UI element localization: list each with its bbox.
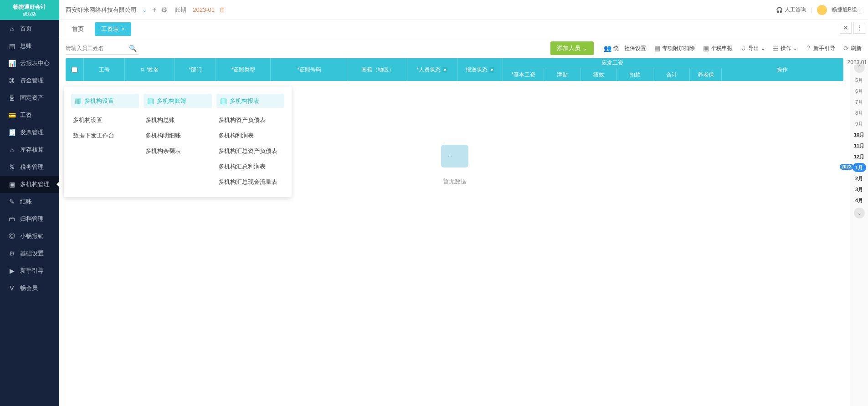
submenu-item[interactable]: 多机构利润表	[216, 128, 284, 143]
nav-label: 小畅报销	[20, 232, 44, 240]
nav-item-asset[interactable]: 🗄固定资产	[0, 89, 59, 107]
rail-month[interactable]: 10月	[853, 130, 866, 139]
period-value[interactable]: 2023-01	[193, 6, 215, 13]
chevron-down-icon: ⌄	[142, 7, 147, 13]
settings-icon[interactable]: ⚙	[161, 5, 167, 14]
topbar-right: 🎧 人工咨询 | 畅捷通B组...	[776, 5, 862, 15]
toolbar-label: 操作	[781, 45, 791, 52]
toolbar-tax[interactable]: ▣个税申报	[703, 44, 733, 52]
th-perf: 绩效	[580, 68, 617, 81]
rail-month[interactable]: 3月	[853, 185, 866, 194]
rail-month[interactable]: 12月	[853, 152, 866, 161]
toolbar-ops[interactable]: ☰操作⌄	[773, 44, 797, 52]
close-icon[interactable]: ×	[122, 22, 125, 36]
calendar-icon[interactable]: 🗓	[219, 6, 226, 14]
toolbar-label: 导出	[748, 45, 759, 52]
nav-item-stock[interactable]: ⌂库存核算	[0, 141, 59, 158]
submenu-item[interactable]: 多机构设置	[71, 112, 139, 128]
chevron-down-icon: ⌄	[793, 46, 797, 51]
nav-item-report[interactable]: 📊云报表中心	[0, 55, 59, 72]
nav-item-vip[interactable]: V畅会员	[0, 279, 59, 297]
nav-item-org[interactable]: ▣多机构管理	[0, 176, 59, 193]
tab-menu-button[interactable]: ⋮	[853, 22, 865, 34]
rail-down-button[interactable]: ⌄	[854, 208, 865, 218]
deduct-icon: ▤	[654, 45, 660, 52]
rail-month[interactable]: 6月	[853, 86, 866, 96]
submenu-item[interactable]: 多机构汇总现金流量表	[216, 174, 284, 190]
rail-month[interactable]: 2月	[853, 174, 866, 183]
avatar[interactable]	[817, 5, 827, 15]
nav-item-salary[interactable]: 💳工资	[0, 107, 59, 124]
add-person-button[interactable]: 添加人员 ⌄	[550, 41, 594, 55]
th-nation: 国籍（地区）	[348, 58, 407, 81]
add-company-icon[interactable]: +	[152, 6, 156, 14]
sidebar: 畅捷通好会计 旗舰版 ⌂首页▤总账📊云报表中心⌘资金管理🗄固定资产💳工资🧾发票管…	[0, 0, 59, 406]
rail-month[interactable]: 1月2023	[853, 163, 866, 172]
th-name[interactable]: *姓名	[125, 58, 175, 81]
submenu-item[interactable]: 多机构余额表	[144, 143, 211, 159]
submenu-col: ▥多机构设置多机构设置数据下发工作台	[71, 94, 139, 190]
rail-month[interactable]: 11月	[853, 141, 866, 150]
submenu-item[interactable]: 多机构总账	[144, 112, 211, 128]
toolbar-refresh[interactable]: ⟳刷新	[843, 44, 862, 52]
toolbar-deduct[interactable]: ▤专项附加扣除	[654, 44, 695, 52]
search-icon[interactable]: 🔍	[129, 45, 137, 52]
tabs-row: 首页工资表× ✕ ⋮	[59, 20, 868, 38]
tax-icon: ％	[8, 163, 15, 171]
th-allow: 津贴	[544, 68, 580, 81]
period-rail: 2023.01 ⌃ 5月6月7月8月9月10月11月12月1月20232月3月4…	[850, 58, 868, 406]
submenu-item[interactable]: 多机构明细账	[144, 128, 211, 143]
ledger-icon: ▤	[8, 42, 15, 50]
submenu-heading: ▥多机构设置	[71, 94, 139, 108]
select-all-checkbox[interactable]	[72, 67, 77, 73]
rail-month[interactable]: 4月	[853, 196, 866, 205]
nav-item-ledger[interactable]: ▤总账	[0, 37, 59, 55]
invoice-icon: 🧾	[8, 129, 15, 136]
submenu-title: 多机构报表	[230, 97, 259, 105]
nav-item-reimburse[interactable]: Ⓖ小畅报销	[0, 228, 59, 245]
nav-item-home[interactable]: ⌂首页	[0, 20, 59, 37]
nav-item-invoice[interactable]: 🧾发票管理	[0, 124, 59, 141]
reimburse-icon: Ⓖ	[8, 233, 15, 240]
rail-month[interactable]: 9月	[853, 119, 866, 128]
submenu-item[interactable]: 多机构资产负债表	[216, 112, 284, 128]
company-selector[interactable]: 西安虾米网络科技有限公司 ⌄	[66, 6, 148, 14]
nav-label: 云报表中心	[20, 59, 50, 67]
th-certNo: *证照号码	[271, 58, 348, 81]
rail-month[interactable]: 5月	[853, 76, 866, 85]
support-link[interactable]: 🎧 人工咨询	[776, 6, 806, 14]
nav-label: 首页	[20, 25, 32, 33]
toolbar-export[interactable]: ⇩导出⌄	[741, 44, 765, 52]
nav-item-settings[interactable]: ⚙基础设置	[0, 245, 59, 262]
folder-icon: ▥	[220, 96, 227, 105]
period-label: 账期	[175, 6, 186, 14]
archive-icon: 🗃	[8, 215, 15, 223]
tab-首页[interactable]: 首页	[66, 22, 90, 36]
th-send[interactable]: 报送状态	[457, 58, 503, 81]
submenu-item[interactable]: 多机构汇总利润表	[216, 159, 284, 174]
org-submenu-popup: ▥多机构设置多机构设置数据下发工作台▥多机构账簿多机构总账多机构明细账多机构余额…	[64, 86, 292, 197]
close-tab-button[interactable]: ✕	[840, 22, 852, 34]
toolbar-people[interactable]: 👥统一社保设置	[604, 44, 646, 52]
people-icon: 👥	[604, 45, 611, 52]
th-certType: *证照类型	[216, 58, 271, 81]
rail-month[interactable]: 8月	[853, 108, 866, 117]
user-name[interactable]: 畅捷通B组...	[832, 6, 862, 14]
nav-label: 发票管理	[20, 128, 44, 137]
nav-item-funds[interactable]: ⌘资金管理	[0, 72, 59, 89]
tab-工资表[interactable]: 工资表×	[95, 22, 131, 36]
th-group-label: 应发工资	[503, 58, 722, 68]
search-input[interactable]	[66, 42, 139, 55]
toolbar-guide[interactable]: ？新手引导	[805, 44, 835, 52]
th-status[interactable]: *人员状态	[407, 58, 457, 81]
nav-item-archive[interactable]: 🗃归档管理	[0, 210, 59, 228]
nav-item-tax[interactable]: ％税务管理	[0, 158, 59, 176]
nav-item-close[interactable]: ✎结账	[0, 193, 59, 210]
submenu-item[interactable]: 多机构汇总资产负债表	[216, 143, 284, 159]
rail-month[interactable]: 7月	[853, 97, 866, 107]
nav-label: 多机构管理	[20, 180, 50, 188]
submenu-item[interactable]: 数据下发工作台	[71, 128, 139, 143]
toolbar-label: 刷新	[851, 45, 862, 52]
nav-item-guide[interactable]: ▶新手引导	[0, 262, 59, 279]
tax-icon: ▣	[703, 45, 709, 52]
